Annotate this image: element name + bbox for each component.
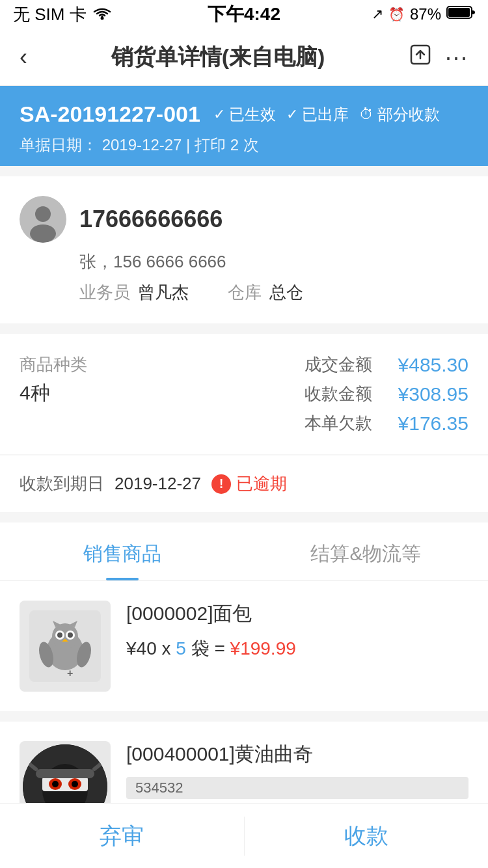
type-label: 商品种类 — [20, 353, 87, 376]
svg-point-0 — [100, 16, 103, 20]
battery-icon — [446, 5, 475, 23]
tab-settlement[interactable]: 结算&物流等 — [244, 522, 488, 580]
owed-label: 本单欠款 — [305, 412, 372, 435]
product-type-stats: 商品种类 4种 — [20, 353, 87, 407]
status-tags: ✓ 已生效 ✓ 已出库 ⏱ 部分收款 — [213, 104, 440, 125]
svg-point-6 — [30, 224, 56, 243]
status-partial-payment: ⏱ 部分收款 — [359, 104, 440, 125]
amount-row-total: 成交金额 ¥485.30 — [305, 353, 468, 376]
svg-point-5 — [35, 206, 51, 222]
svg-text:+: + — [67, 668, 73, 679]
product-total-1: ¥199.99 — [230, 638, 296, 658]
share-button[interactable] — [409, 43, 432, 72]
tab-sales-products[interactable]: 销售商品 — [0, 522, 244, 580]
tabs-section: 销售商品 结算&物流等 — [0, 522, 488, 581]
svg-point-26 — [72, 781, 78, 787]
stats-section: 商品种类 4种 成交金额 ¥485.30 收款金额 ¥308.95 本单欠款 ¥… — [0, 334, 488, 454]
warehouse-label: 仓库 — [228, 281, 262, 304]
status-bar-right: ↗ ⏰ 87% — [372, 5, 475, 23]
warehouse-name: 总仓 — [269, 281, 303, 304]
status-bar: 无 SIM 卡 下午4:42 ↗ ⏰ 87% — [0, 0, 488, 29]
type-count: 4种 — [20, 380, 50, 407]
product-thumbnail-1: + — [20, 601, 111, 692]
location-icon: ↗ — [372, 6, 383, 23]
due-date-value: 2019-12-27 — [115, 474, 201, 494]
cancel-button[interactable]: 弃审 — [0, 808, 244, 864]
tabs-row: 销售商品 结算&物流等 — [0, 522, 488, 580]
svg-point-25 — [52, 781, 59, 787]
due-date-label: 收款到期日 — [20, 472, 104, 495]
sales-info: 业务员 曾凡杰 — [79, 281, 189, 304]
bottom-bar: 弃审 收款 — [0, 803, 488, 868]
order-id: SA-20191227-001 — [20, 102, 200, 127]
tab-indicator — [106, 578, 139, 580]
owed-value: ¥176.35 — [398, 413, 468, 435]
customer-phone: 17666666666 — [79, 206, 223, 233]
svg-rect-27 — [36, 769, 94, 778]
product-qty-1: 5 — [176, 638, 186, 658]
sales-name: 曾凡杰 — [138, 281, 189, 304]
amount-stats: 成交金额 ¥485.30 收款金额 ¥308.95 本单欠款 ¥176.35 — [305, 353, 468, 435]
received-value: ¥308.95 — [398, 383, 468, 405]
check-icon-1: ✓ — [213, 106, 225, 123]
page-title: 销货单详情(来自电脑) — [111, 42, 325, 72]
sales-label: 业务员 — [79, 281, 130, 304]
status-bar-left: 无 SIM 卡 — [13, 3, 111, 26]
overdue-warning-icon: ! — [211, 474, 231, 494]
svg-rect-2 — [448, 8, 470, 17]
nav-actions: ··· — [409, 43, 468, 72]
svg-point-12 — [57, 632, 62, 638]
header-date-info: 单据日期： 2019-12-27 | 打印 2 次 — [20, 135, 468, 156]
amount-row-owed: 本单欠款 ¥176.35 — [305, 412, 468, 435]
carrier-text: 无 SIM 卡 — [13, 3, 87, 26]
svg-point-13 — [68, 632, 73, 638]
clock-icon: ⏱ — [359, 106, 373, 123]
overdue-badge: ! 已逾期 — [211, 472, 287, 495]
warehouse-info: 仓库 总仓 — [228, 281, 303, 304]
check-icon-2: ✓ — [286, 106, 298, 123]
wifi-icon — [93, 5, 111, 25]
amount-row-received: 收款金额 ¥308.95 — [305, 383, 468, 405]
product-name-2: [000400001]黄油曲奇 — [126, 741, 468, 768]
avatar — [20, 196, 66, 243]
received-label: 收款金额 — [305, 383, 372, 405]
nav-bar: ‹ 销货单详情(来自电脑) ··· — [0, 29, 488, 86]
customer-section: 17666666666 张，156 6666 6666 业务员 曾凡杰 仓库 总… — [0, 176, 488, 323]
product-info-1: [0000002]面包 ¥40 x 5 袋 = ¥199.99 — [126, 601, 468, 661]
alarm-icon: ⏰ — [388, 7, 405, 22]
status-bar-time: 下午4:42 — [208, 2, 280, 27]
amount-label: 成交金额 — [305, 353, 372, 376]
product-item: + [0000002]面包 ¥40 x 5 袋 = ¥199.99 — [0, 581, 488, 711]
product-badge-2: 534532 — [126, 777, 468, 799]
header-banner: SA-20191227-001 ✓ 已生效 ✓ 已出库 ⏱ 部分收款 单据日期：… — [0, 86, 488, 166]
customer-meta: 业务员 曾凡杰 仓库 总仓 — [20, 281, 468, 304]
battery-text: 87% — [410, 5, 441, 23]
due-date-section: 收款到期日 2019-12-27 ! 已逾期 — [0, 455, 488, 512]
customer-name-phone: 张，156 6666 6666 — [20, 251, 468, 273]
back-button[interactable]: ‹ — [20, 44, 27, 71]
amount-value: ¥485.30 — [398, 354, 468, 376]
product-name-1: [0000002]面包 — [126, 601, 468, 627]
confirm-button[interactable]: 收款 — [245, 808, 489, 864]
overdue-text: 已逾期 — [236, 472, 287, 495]
status-effective: ✓ 已生效 — [213, 104, 276, 125]
product-price-row-1: ¥40 x 5 袋 = ¥199.99 — [126, 636, 468, 661]
more-button[interactable]: ··· — [445, 44, 468, 71]
status-shipped: ✓ 已出库 — [286, 104, 349, 125]
